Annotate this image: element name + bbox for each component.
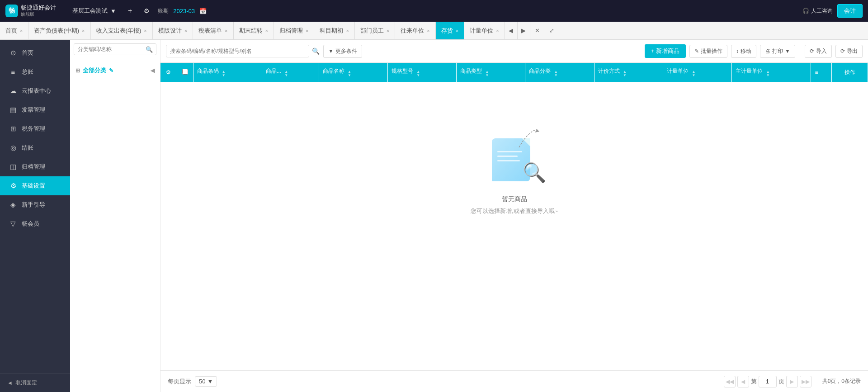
print-button[interactable]: 🖨 打印 ▼: [760, 45, 795, 58]
sidebar-item-guide[interactable]: ◈ 新手引导: [0, 195, 70, 214]
sort-icon: ▲▼: [416, 70, 420, 77]
move-button[interactable]: ↕ 移动: [731, 45, 756, 58]
tab-archive[interactable]: 归档管理 ×: [274, 22, 314, 40]
tab-bar: 首页 × 资产负债表(中期) × 收入支出表(年报) × 模版设计 × 税表清单…: [0, 22, 868, 40]
first-page-button[interactable]: ◀◀: [724, 376, 736, 387]
category-search-icon[interactable]: 🔍: [146, 46, 153, 53]
period-value: 2023-03: [173, 8, 195, 14]
tab-taxclear[interactable]: 税表清单 ×: [193, 22, 233, 40]
th-unit[interactable]: 计量单位 ▲▼: [663, 63, 732, 82]
last-page-button[interactable]: ▶▶: [800, 376, 811, 387]
sidebar-item-settlement[interactable]: ◎ 结账: [0, 138, 70, 157]
sidebar-item-home[interactable]: ⊙ 首页: [0, 43, 70, 62]
sidebar-item-ledger[interactable]: ≡ 总账: [0, 62, 70, 81]
tab-close-icon[interactable]: ×: [427, 28, 429, 33]
th-actions: 操作: [832, 63, 868, 82]
more-filter-button[interactable]: ▼ 更多条件: [323, 45, 362, 58]
per-page-select[interactable]: 50 ▼: [195, 376, 217, 387]
product-search-input[interactable]: [166, 45, 309, 57]
tab-label: 期末结转: [239, 27, 263, 35]
import-button[interactable]: ⟳ 导入: [805, 45, 832, 58]
org-selector[interactable]: 基层工会测试 ▼: [69, 5, 120, 17]
sidebar-item-archive[interactable]: ◫ 归档管理: [0, 157, 70, 176]
pagination: 每页显示 50 ▼ ◀◀ ◀ 第 页 ▶ ▶▶ 共0页，0条记录: [160, 370, 868, 392]
tab-close-icon[interactable]: ×: [387, 28, 389, 33]
next-page-button[interactable]: ▶: [786, 376, 798, 387]
th-extra[interactable]: ≡: [811, 63, 832, 82]
sidebar-item-label: 总账: [22, 68, 33, 76]
org-settings-icon[interactable]: ⚙: [140, 5, 153, 16]
tab-close-icon[interactable]: ×: [496, 28, 499, 33]
tab-balance[interactable]: 资产负债表(中期) ×: [28, 22, 90, 40]
th-category[interactable]: 商品分类 ▲▼: [525, 63, 594, 82]
sort-icon: ▲▼: [623, 70, 627, 77]
per-page-label: 每页显示: [168, 378, 191, 386]
collapse-icon[interactable]: ◀: [151, 67, 155, 74]
calendar-icon[interactable]: 📅: [199, 8, 207, 14]
tab-subject[interactable]: 科目期初 ×: [314, 22, 354, 40]
th-type[interactable]: 商品类型 ▲▼: [457, 63, 525, 82]
tab-close-icon[interactable]: ×: [144, 28, 146, 33]
category-label: 全部分类: [83, 66, 106, 75]
sidebar-item-tax[interactable]: ⊞ 税务管理: [0, 119, 70, 138]
right-panel: 🔍 ▼ 更多条件 + 新增商品 ✎ 批量操作: [160, 40, 868, 392]
tab-close-icon[interactable]: ×: [306, 28, 308, 33]
empty-subtitle: 您可以选择新增,或者直接导入哦~: [471, 207, 558, 215]
account-button[interactable]: 会计: [837, 4, 863, 18]
sidebar-item-label: 结账: [22, 144, 33, 152]
add-product-button[interactable]: + 新增商品: [645, 44, 686, 58]
th-barcode[interactable]: 商品条码 ▲▼: [193, 63, 262, 82]
tab-supplier[interactable]: 往来单位 ×: [395, 22, 435, 40]
tab-unit[interactable]: 计量单位 ×: [464, 22, 505, 40]
th-price-method[interactable]: 计价方式 ▲▼: [594, 63, 663, 82]
batch-operation-button[interactable]: ✎ 批量操作: [689, 45, 727, 58]
th-name[interactable]: 商品名称 ▲▼: [319, 63, 387, 82]
tab-department[interactable]: 部门员工 ×: [355, 22, 395, 40]
svg-marker-0: [535, 129, 539, 132]
tab-template[interactable]: 模版设计 ×: [153, 22, 193, 40]
select-all-checkbox[interactable]: [182, 69, 188, 75]
category-search-input[interactable]: [74, 43, 156, 55]
add-tab-button[interactable]: +: [124, 5, 136, 17]
tab-close-icon[interactable]: ×: [225, 28, 227, 33]
th-main-unit[interactable]: 主计量单位 ▲▼: [732, 63, 811, 82]
sidebar-item-reports[interactable]: ☁ 云报表中心: [0, 81, 70, 100]
tab-income[interactable]: 收入支出表(年报) ×: [91, 22, 153, 40]
tab-close-icon[interactable]: ×: [456, 28, 458, 33]
tab-scroll-right-button[interactable]: ▶: [518, 22, 530, 40]
help-button[interactable]: 🎧 人工咨询: [802, 7, 833, 15]
tab-close-icon[interactable]: ×: [184, 28, 187, 33]
product-search-icon[interactable]: 🔍: [312, 47, 320, 55]
cloud-icon: ☁: [9, 87, 17, 95]
prev-page-button[interactable]: ◀: [737, 376, 749, 387]
edit-icon[interactable]: ✎: [109, 67, 113, 74]
sidebar-item-basic[interactable]: ⚙ 基础设置: [0, 176, 70, 195]
sidebar-item-invoice[interactable]: ▤ 发票管理: [0, 100, 70, 119]
sidebar-item-label: 云报表中心: [22, 87, 51, 95]
unpin-button[interactable]: ◄ 取消固定: [7, 379, 63, 387]
th-spec[interactable]: 规格型号 ▲▼: [387, 63, 456, 82]
app-logo-icon: 畅: [5, 5, 18, 17]
batch-icon: ✎: [694, 48, 699, 54]
tab-home[interactable]: 首页 ×: [0, 22, 28, 40]
tab-close-icon[interactable]: ×: [82, 28, 85, 33]
export-button[interactable]: ⟳ 导出: [835, 45, 863, 58]
page-number-input[interactable]: [759, 376, 777, 387]
tab-inventory[interactable]: 存货 ×: [436, 22, 464, 40]
tab-label: 模版设计: [158, 27, 182, 35]
sidebar-item-member[interactable]: ▽ 畅会员: [0, 214, 70, 233]
tab-scroll-left-button[interactable]: ◀: [505, 22, 518, 40]
tab-close-icon[interactable]: ×: [346, 28, 349, 33]
close-all-tabs-button[interactable]: ✕: [530, 22, 545, 40]
th-settings[interactable]: ⚙: [160, 63, 177, 82]
th-checkbox[interactable]: [177, 63, 193, 82]
tab-close-icon[interactable]: ×: [265, 28, 268, 33]
expand-tab-button[interactable]: ⤢: [545, 22, 559, 40]
th-code[interactable]: 商品... ▲▼: [262, 63, 319, 82]
page-nav: ◀◀ ◀ 第 页 ▶ ▶▶: [724, 376, 811, 387]
category-all[interactable]: ⊞ 全部分类 ✎ ◀: [70, 63, 160, 78]
tab-period-close[interactable]: 期末结转 ×: [234, 22, 274, 40]
unpin-icon: ◄: [7, 380, 13, 386]
toolbar: 🔍 ▼ 更多条件 + 新增商品 ✎ 批量操作: [160, 40, 868, 63]
tab-close-icon[interactable]: ×: [20, 28, 23, 33]
